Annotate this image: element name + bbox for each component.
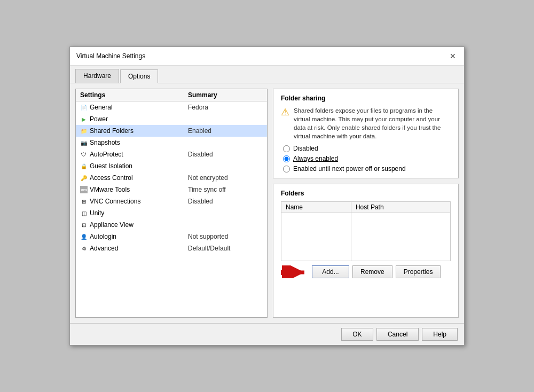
- cancel-button[interactable]: Cancel: [376, 328, 419, 341]
- settings-item-autoprotect[interactable]: 🛡 AutoProtect Disabled: [76, 148, 267, 160]
- svg-rect-1: [281, 270, 292, 275]
- camera-icon: 📷: [80, 139, 88, 146]
- folder-sharing-title: Folder sharing: [281, 95, 451, 102]
- general-summary: Fedora: [188, 104, 263, 111]
- folders-table: Name Host Path: [281, 201, 451, 261]
- radio-always-enabled[interactable]: Always enabled: [283, 155, 451, 162]
- person-icon: 👤: [80, 233, 88, 240]
- host-path-column-header: Host Path: [351, 202, 450, 213]
- settings-item-guest-isolation[interactable]: 🔒 Guest Isolation: [76, 160, 267, 172]
- vnc-summary: Disabled: [188, 198, 263, 205]
- folders-empty-name-cell: [281, 213, 351, 261]
- page-icon: 📄: [80, 104, 88, 111]
- settings-item-unity[interactable]: ◫ Unity: [76, 207, 267, 219]
- remove-button[interactable]: Remove: [352, 265, 392, 278]
- power-icon: ▶: [80, 115, 88, 123]
- folders-section-title: Folders: [281, 190, 451, 197]
- settings-item-access-control[interactable]: 🔑 Access Control Not encrypted: [76, 172, 267, 184]
- folders-empty-row: [281, 213, 451, 261]
- radio-until-power-off-input[interactable]: [283, 166, 290, 173]
- unity-icon: ◫: [80, 209, 88, 217]
- settings-item-autologin[interactable]: 👤 Autologin Not supported: [76, 231, 267, 242]
- appliance-icon: ⊡: [80, 221, 88, 229]
- folder-sharing-section: Folder sharing ⚠ Shared folders expose y…: [273, 89, 459, 178]
- shield-icon: 🛡: [80, 151, 88, 158]
- help-button[interactable]: Help: [422, 328, 458, 341]
- access-control-summary: Not encrypted: [188, 174, 263, 182]
- folders-buttons-row: Add... Remove Properties: [281, 265, 451, 278]
- dialog-title: Virtual Machine Settings: [76, 52, 145, 60]
- radio-until-power-off-label: Enabled until next power off or suspend: [293, 165, 406, 173]
- radio-always-enabled-input[interactable]: [283, 155, 290, 162]
- dialog-footer: OK Cancel Help: [70, 323, 464, 345]
- sharing-radio-group: Disabled Always enabled Enabled until ne…: [283, 145, 451, 173]
- settings-item-general[interactable]: 📄 General Fedora: [76, 101, 267, 113]
- settings-item-appliance-view[interactable]: ⊡ Appliance View: [76, 219, 267, 231]
- autoprotect-summary: Disabled: [188, 151, 263, 158]
- virtual-machine-settings-dialog: Virtual Machine Settings ✕ Hardware Opti…: [69, 46, 465, 346]
- vmware-icon: vm: [80, 186, 88, 193]
- settings-item-vnc-connections[interactable]: ⊞ VNC Connections Disabled: [76, 195, 267, 207]
- access-lock-icon: 🔑: [80, 174, 88, 182]
- add-button[interactable]: Add...: [312, 265, 349, 278]
- radio-always-enabled-label: Always enabled: [293, 155, 338, 162]
- radio-disabled[interactable]: Disabled: [283, 145, 451, 152]
- settings-item-vmware-tools[interactable]: vm VMware Tools Time sync off: [76, 184, 267, 195]
- shared-folders-summary: Enabled: [188, 127, 263, 135]
- advanced-summary: Default/Default: [188, 245, 263, 252]
- tabs-bar: Hardware Options: [70, 66, 464, 83]
- settings-col-header: Settings: [80, 91, 188, 99]
- right-panel: Folder sharing ⚠ Shared folders expose y…: [273, 89, 459, 318]
- settings-list-header: Settings Summary: [76, 89, 267, 101]
- settings-item-shared-folders[interactable]: 📁 Shared Folders Enabled: [76, 125, 267, 137]
- name-column-header: Name: [281, 202, 351, 213]
- title-bar: Virtual Machine Settings ✕: [70, 47, 464, 66]
- folders-empty-path-cell: [351, 213, 450, 261]
- warning-icon: ⚠: [281, 106, 289, 140]
- folder-icon: 📁: [80, 127, 88, 135]
- ok-button[interactable]: OK: [341, 328, 373, 341]
- gear-icon: ⚙: [80, 245, 88, 252]
- content-area: Settings Summary 📄 General Fedora ▶ Powe…: [70, 83, 464, 323]
- settings-item-power[interactable]: ▶ Power: [76, 113, 267, 125]
- tab-options[interactable]: Options: [120, 69, 158, 83]
- red-arrow-indicator: [281, 265, 309, 278]
- radio-until-power-off[interactable]: Enabled until next power off or suspend: [283, 165, 451, 173]
- warning-row: ⚠ Shared folders expose your files to pr…: [281, 106, 451, 140]
- properties-button[interactable]: Properties: [396, 265, 441, 278]
- radio-disabled-label: Disabled: [293, 145, 318, 152]
- warning-text: Shared folders expose your files to prog…: [294, 106, 451, 140]
- folders-section: Folders Name Host Path: [273, 184, 459, 318]
- vmware-tools-summary: Time sync off: [188, 186, 263, 193]
- settings-item-snapshots[interactable]: 📷 Snapshots: [76, 137, 267, 148]
- radio-disabled-input[interactable]: [283, 145, 290, 152]
- tab-hardware[interactable]: Hardware: [75, 69, 119, 83]
- lock-icon: 🔒: [80, 162, 88, 170]
- settings-list-panel: Settings Summary 📄 General Fedora ▶ Powe…: [75, 89, 268, 318]
- autologin-summary: Not supported: [188, 233, 263, 240]
- add-button-wrapper: Add...: [281, 265, 349, 278]
- settings-item-advanced[interactable]: ⚙ Advanced Default/Default: [76, 242, 267, 254]
- summary-col-header: Summary: [188, 91, 263, 99]
- vnc-icon: ⊞: [80, 198, 88, 205]
- close-button[interactable]: ✕: [448, 51, 458, 61]
